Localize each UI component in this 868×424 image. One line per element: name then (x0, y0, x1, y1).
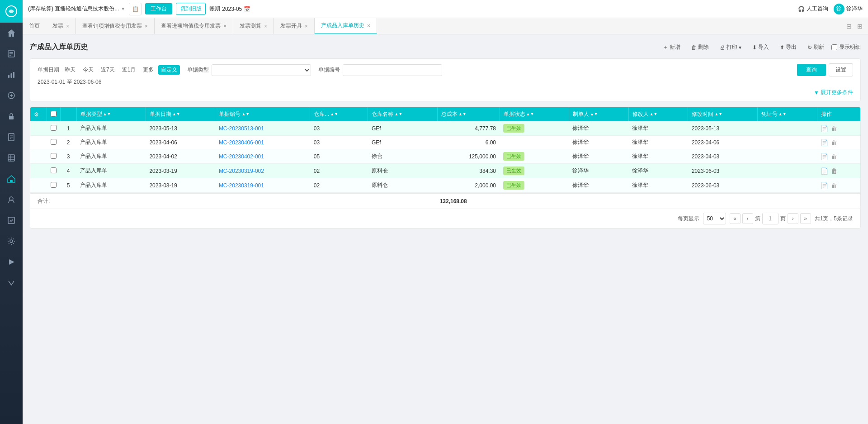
th-total[interactable]: 总成本▲▼ (437, 107, 500, 121)
th-creator[interactable]: 制单人▲▼ (569, 107, 628, 121)
tab-invoice-close[interactable]: × (66, 24, 69, 29)
sidebar-item-settings[interactable] (0, 231, 23, 252)
th-modtime[interactable]: 修改时间▲▼ (688, 107, 757, 121)
sidebar-item-analytics[interactable] (0, 64, 23, 85)
row-number[interactable]: MC-20230513-001 (215, 121, 310, 136)
row-edit-icon[interactable]: 📄 (821, 167, 828, 175)
number-filter-input[interactable] (343, 64, 442, 76)
quick-yesterday-btn[interactable]: 昨天 (62, 65, 78, 75)
th-check[interactable] (47, 107, 60, 121)
row-delete-icon[interactable]: 🗑 (831, 182, 837, 189)
row-number-link[interactable]: MC-20230319-001 (219, 182, 264, 189)
current-page-input[interactable] (762, 213, 778, 224)
tab-invoice-open-close[interactable]: × (305, 24, 308, 29)
switch-version-button[interactable]: 切到旧版 (176, 3, 206, 15)
row-check-col[interactable] (47, 136, 60, 149)
tab-invoice-calc-close[interactable]: × (264, 24, 267, 29)
query-button[interactable]: 查询 (797, 64, 826, 76)
workbench-button[interactable]: 工作台 (145, 3, 172, 14)
delete-button[interactable]: 🗑 删除 (688, 42, 712, 53)
tab-purchase-vat[interactable]: 查看进项增值税专用发票 × (155, 18, 233, 34)
row-number[interactable]: MC-20230402-001 (215, 149, 310, 164)
row-check-col[interactable] (47, 149, 60, 164)
new-button[interactable]: ＋ 新增 (659, 42, 684, 53)
first-page-btn[interactable]: « (730, 213, 741, 224)
sidebar-item-invoice[interactable] (0, 43, 23, 64)
tab-product-in[interactable]: 产成品入库单历史 × (315, 18, 377, 34)
tab-expand-icon[interactable]: ⊞ (855, 22, 864, 31)
set-button[interactable]: 设置 (829, 63, 853, 76)
row-edit-icon[interactable]: 📄 (821, 153, 828, 160)
th-number[interactable]: 单据编号▲▼ (215, 107, 310, 121)
row-check-col[interactable] (47, 164, 60, 178)
th-status[interactable]: 单据状态▲▼ (500, 107, 569, 121)
quick-custom-btn[interactable]: 自定义 (158, 65, 180, 75)
company-selector[interactable]: (库存核算) 直播轻纯通信息技术股份... ▼ (28, 5, 125, 13)
tab-purchase-vat-close[interactable]: × (223, 24, 226, 29)
row-number-link[interactable]: MC-20230513-001 (219, 125, 264, 132)
row-number[interactable]: MC-20230319-001 (215, 178, 310, 193)
print-button[interactable]: 🖨 打印 ▾ (716, 42, 745, 53)
next-page-btn[interactable]: › (788, 213, 798, 224)
row-edit-icon[interactable]: 📄 (821, 139, 828, 146)
expand-conditions-btn[interactable]: ▼ 展开更多条件 (814, 89, 853, 96)
row-delete-icon[interactable]: 🗑 (831, 153, 837, 160)
app-logo[interactable] (0, 0, 23, 23)
tab-restore-icon[interactable]: ⊟ (844, 22, 854, 31)
sidebar-item-home[interactable] (0, 23, 23, 43)
tab-sale-vat-close[interactable]: × (145, 24, 148, 29)
tab-invoice-calc[interactable]: 发票测算 × (233, 18, 274, 34)
th-date[interactable]: 单据日期▲▼ (146, 107, 215, 121)
sidebar-item-v[interactable] (0, 272, 23, 293)
refresh-button[interactable]: ↻ 刷新 (804, 42, 828, 53)
row-edit-icon[interactable]: 📄 (821, 125, 828, 132)
tab-product-in-close[interactable]: × (367, 23, 370, 29)
row-checkbox[interactable] (51, 153, 57, 159)
quick-1month-btn[interactable]: 近1月 (119, 65, 139, 75)
quick-today-btn[interactable]: 今天 (80, 65, 96, 75)
row-number-link[interactable]: MC-20230406-001 (219, 139, 264, 146)
sidebar-item-tax[interactable] (0, 85, 23, 106)
row-delete-icon[interactable]: 🗑 (831, 125, 837, 132)
row-check-col[interactable] (47, 121, 60, 136)
th-wh-name[interactable]: 仓库名称▲▼ (368, 107, 437, 121)
user-menu[interactable]: 徐 徐泽华 (834, 4, 863, 14)
row-checkbox[interactable] (51, 182, 57, 188)
export-button[interactable]: ⬆ 导出 (776, 42, 800, 53)
th-type[interactable]: 单据类型▲▼ (76, 107, 146, 121)
quick-more-btn[interactable]: 更多 (140, 65, 156, 75)
tab-invoice-open[interactable]: 发票开具 × (274, 18, 315, 34)
sidebar-item-play[interactable] (0, 252, 23, 272)
assistant-link[interactable]: 🎧 人工咨询 (798, 5, 828, 13)
sidebar-item-lock[interactable] (0, 106, 23, 127)
tab-home[interactable]: 首页 (23, 18, 46, 34)
type-filter-select[interactable] (212, 64, 311, 76)
sidebar-item-stamp[interactable] (0, 189, 23, 210)
sidebar-item-warehouse[interactable] (0, 168, 23, 189)
sidebar-item-report[interactable] (0, 210, 23, 231)
quick-7days-btn[interactable]: 近7天 (98, 65, 118, 75)
row-number-link[interactable]: MC-20230402-001 (219, 153, 264, 160)
sidebar-item-doc[interactable] (0, 127, 23, 148)
show-detail-checkbox-label[interactable]: 显示明细 (831, 43, 861, 51)
row-number[interactable]: MC-20230319-002 (215, 164, 310, 178)
page-size-select[interactable]: 50 20 100 (703, 213, 726, 224)
tab-sale-vat[interactable]: 查看销项增值税专用发票 × (76, 18, 155, 34)
row-edit-icon[interactable]: 📄 (821, 182, 828, 189)
th-settings[interactable]: ⚙ (30, 107, 47, 121)
show-detail-checkbox[interactable] (831, 44, 837, 50)
row-checkbox[interactable] (51, 139, 57, 145)
import-button[interactable]: ⬇ 导入 (749, 42, 773, 53)
th-voucher[interactable]: 凭证号▲▼ (757, 107, 817, 121)
calendar-icon[interactable]: 📅 (244, 6, 250, 12)
tab-invoice[interactable]: 发票 × (46, 18, 76, 34)
row-checkbox[interactable] (51, 125, 57, 131)
th-modifier[interactable]: 修改人▲▼ (628, 107, 688, 121)
row-number[interactable]: MC-20230406-001 (215, 136, 310, 149)
th-wh-code[interactable]: 仓库...▲▼ (310, 107, 368, 121)
doc-icon-btn[interactable]: 📋 (129, 3, 142, 15)
prev-page-btn[interactable]: ‹ (742, 213, 753, 224)
last-page-btn[interactable]: » (800, 213, 811, 224)
row-checkbox[interactable] (51, 167, 57, 173)
select-all-checkbox[interactable] (51, 111, 57, 117)
